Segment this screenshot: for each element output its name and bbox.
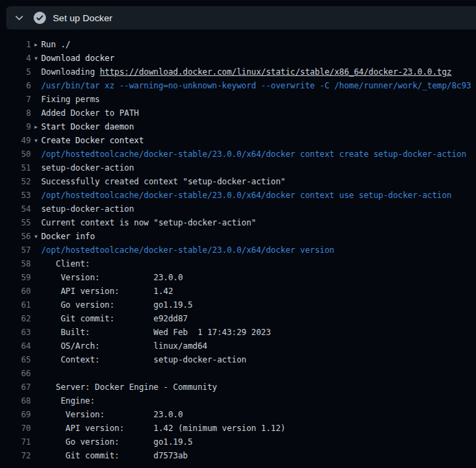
line-number[interactable]: 68 (0, 394, 31, 408)
log-text: Version: 23.0.0 (41, 271, 183, 284)
line-number[interactable]: 66 (0, 367, 31, 380)
log-text: setup-docker-action (41, 202, 134, 216)
gutter-spacer (31, 65, 41, 79)
line-number[interactable]: 7 (0, 93, 31, 106)
gutter-spacer (31, 202, 41, 216)
line-number[interactable]: 51 (0, 161, 31, 175)
log-row[interactable]: 4▾Download docker (0, 51, 476, 65)
log-row: 51setup-docker-action (0, 161, 476, 175)
log-link[interactable]: https://download.docker.com/linux/static… (100, 67, 452, 77)
log-text: setup-docker-action (41, 161, 134, 175)
line-number[interactable]: 52 (0, 175, 31, 188)
log-text: OS/Arch: linux/amd64 (41, 339, 207, 353)
log-row: 72 Git commit: d7573ab (0, 449, 476, 463)
log-row: 61 Go version: go1.19.5 (0, 298, 476, 312)
log-row: 8Added Docker to PATH (0, 106, 476, 120)
log-text: Built: Wed Feb 1 17:43:29 2023 (41, 325, 271, 339)
line-number[interactable]: 8 (0, 106, 31, 120)
step-title: Set up Docker (53, 13, 112, 23)
log-row: 71 Go version: go1.19.5 (0, 435, 476, 449)
line-number[interactable]: 55 (0, 216, 31, 230)
line-number[interactable]: 59 (0, 271, 31, 284)
log-command-text: /usr/bin/tar xz --warning=no-unknown-key… (41, 79, 471, 93)
log-row[interactable]: 9▸Start Docker daemon (0, 120, 476, 134)
gutter-spacer (31, 243, 41, 257)
log-text: API version: 1.42 (minimum version 1.12) (41, 421, 285, 435)
log-row: 69 Version: 23.0.0 (0, 408, 476, 421)
group-title: Download docker (41, 51, 115, 65)
gutter-spacer (31, 216, 41, 230)
line-number[interactable]: 54 (0, 202, 31, 216)
log-row: 64 OS/Arch: linux/amd64 (0, 339, 476, 353)
line-number[interactable]: 64 (0, 339, 31, 353)
line-number[interactable]: 58 (0, 257, 31, 271)
gutter-spacer (31, 367, 41, 380)
line-number[interactable]: 69 (0, 408, 31, 421)
log-text: Git commit: e92dd87 (41, 312, 188, 325)
gutter-spacer (31, 298, 41, 312)
log-row: 63 Built: Wed Feb 1 17:43:29 2023 (0, 325, 476, 339)
line-number[interactable]: 6 (0, 79, 31, 93)
line-number[interactable]: 1 (0, 38, 31, 51)
log-text: Added Docker to PATH (41, 106, 139, 120)
group-expanded-icon[interactable]: ▾ (31, 134, 41, 147)
line-number[interactable]: 53 (0, 188, 31, 202)
gutter-spacer (31, 284, 41, 298)
line-number[interactable]: 49 (0, 134, 31, 147)
gutter-spacer (31, 312, 41, 325)
log-text: Fixing perms (41, 93, 100, 106)
log-row: 57/opt/hostedtoolcache/docker-stable/23.… (0, 243, 476, 257)
gutter-spacer (31, 435, 41, 449)
gutter-spacer (31, 147, 41, 161)
line-number[interactable]: 50 (0, 147, 31, 161)
step-header[interactable]: Set up Docker (6, 6, 476, 29)
line-number[interactable]: 65 (0, 353, 31, 367)
chevron-down-icon[interactable] (14, 12, 25, 23)
line-number[interactable]: 9 (0, 120, 31, 134)
group-title: Docker info (41, 230, 95, 243)
group-title: Start Docker daemon (41, 120, 134, 134)
line-number[interactable]: 4 (0, 51, 31, 65)
line-number[interactable]: 71 (0, 435, 31, 449)
log-row[interactable]: 56▾Docker info (0, 230, 476, 243)
log-text: Go version: go1.19.5 (41, 298, 193, 312)
log-row: 50/opt/hostedtoolcache/docker-stable/23.… (0, 147, 476, 161)
line-number[interactable]: 63 (0, 325, 31, 339)
log-row[interactable]: 49▾Create Docker context (0, 134, 476, 147)
line-number[interactable]: 57 (0, 243, 31, 257)
group-expanded-icon[interactable]: ▾ (31, 51, 41, 65)
group-collapsed-icon[interactable]: ▸ (31, 120, 41, 134)
group-collapsed-icon[interactable]: ▸ (31, 38, 41, 51)
log-text: Git commit: d7573ab (41, 449, 188, 463)
gutter-spacer (31, 257, 41, 271)
gutter-spacer (31, 408, 41, 421)
group-expanded-icon[interactable]: ▾ (31, 230, 41, 243)
gutter-spacer (31, 421, 41, 435)
gutter-spacer (31, 93, 41, 106)
log-row: 6/usr/bin/tar xz --warning=no-unknown-ke… (0, 79, 476, 93)
line-number[interactable]: 67 (0, 380, 31, 394)
log-text: API version: 1.42 (41, 284, 173, 298)
line-number[interactable]: 56 (0, 230, 31, 243)
line-number[interactable]: 72 (0, 449, 31, 463)
line-number[interactable]: 60 (0, 284, 31, 298)
gutter-spacer (31, 271, 41, 284)
log-text: Current context is now "setup-docker-act… (41, 216, 256, 230)
line-number[interactable]: 5 (0, 65, 31, 79)
gutter-spacer (31, 394, 41, 408)
log-row: 58 Client: (0, 257, 476, 271)
log-text: Engine: (41, 394, 95, 408)
log-row: 53/opt/hostedtoolcache/docker-stable/23.… (0, 188, 476, 202)
gutter-spacer (31, 106, 41, 120)
gutter-spacer (31, 79, 41, 93)
log-text: Downloading https://download.docker.com/… (41, 65, 451, 79)
log-text: Client: (41, 257, 90, 271)
log-row: 66 (0, 367, 476, 380)
line-number[interactable]: 62 (0, 312, 31, 325)
log-lines: 1▸Run ./4▾Download docker5Downloading ht… (0, 29, 476, 468)
line-number[interactable]: 61 (0, 298, 31, 312)
log-row[interactable]: 1▸Run ./ (0, 38, 476, 51)
gutter-spacer (31, 161, 41, 175)
line-number[interactable]: 70 (0, 421, 31, 435)
log-row: 54setup-docker-action (0, 202, 476, 216)
